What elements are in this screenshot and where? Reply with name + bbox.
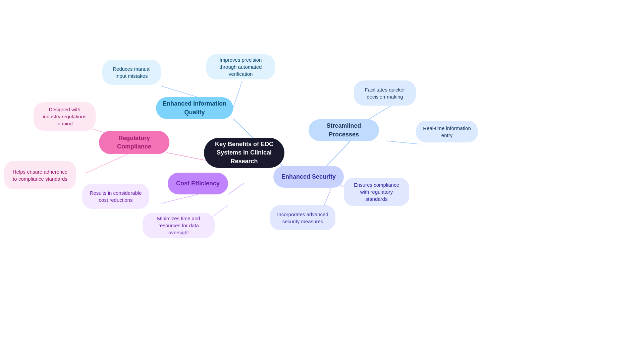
- svg-line-2: [233, 81, 242, 108]
- improves-precision-node: Improves precision through automated ver…: [206, 54, 275, 79]
- cost-efficiency-node: Cost Efficiency: [168, 173, 228, 194]
- minimizes-time-node: Minimizes time and resources for data ov…: [143, 213, 215, 238]
- svg-line-9: [228, 183, 244, 194]
- svg-line-3: [325, 141, 351, 168]
- mind-map: Key Benefits of EDC Systems in Clinical …: [0, 0, 644, 363]
- cost-reductions-node: Results in considerable cost reductions: [82, 184, 149, 209]
- reduces-manual-input-node: Reduces manual input mistakes: [102, 60, 161, 85]
- center-node: Key Benefits of EDC Systems in Clinical …: [204, 138, 284, 168]
- svg-line-8: [86, 153, 131, 173]
- advanced-security-node: Incorporates advanced security measures: [270, 205, 335, 230]
- industry-regulations-node: Designed with industry regulations in mi…: [34, 102, 96, 131]
- reg-compliance-node: Regulatory Compliance: [99, 131, 169, 154]
- reg-standards-node: Ensures compliance with regulatory stand…: [344, 178, 409, 206]
- realtime-entry-node: Real-time information entry: [416, 121, 478, 142]
- facilitates-decision-node: Facilitates quicker decision-making: [354, 80, 416, 106]
- svg-line-5: [386, 141, 419, 144]
- info-quality-node: Enhanced Information Quality: [156, 97, 233, 119]
- streamlined-node: Streamlined Processes: [309, 119, 379, 141]
- svg-line-10: [161, 194, 198, 203]
- compliance-adherence-node: Helps ensure adherence to compliance sta…: [4, 161, 76, 189]
- security-node: Enhanced Security: [273, 166, 344, 188]
